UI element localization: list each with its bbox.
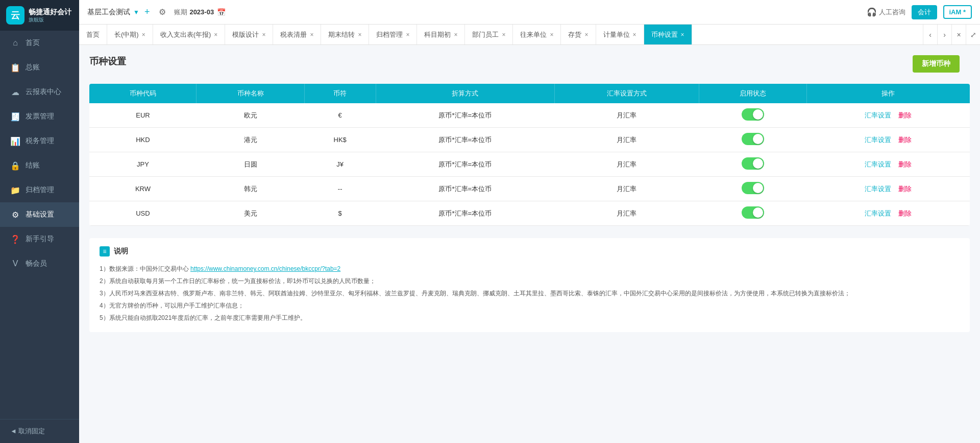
- delete-link[interactable]: 删除: [898, 209, 912, 217]
- cell-code: USD: [89, 201, 197, 226]
- sidebar-item-invoice[interactable]: 🧾 发票管理: [0, 104, 79, 129]
- sidebar-nav: ⌂ 首页 📋 总账 ☁ 云报表中心 🧾 发票管理 📊 税务管理 🔒 结账 📁 归…: [0, 31, 79, 419]
- rate-setting-link[interactable]: 汇率设置: [865, 209, 891, 217]
- tab-inventory[interactable]: 存货 ×: [561, 25, 596, 45]
- rate-setting-link[interactable]: 汇率设置: [865, 111, 891, 119]
- tab-close-icon[interactable]: ×: [584, 31, 588, 38]
- delete-link[interactable]: 删除: [898, 111, 912, 119]
- tab-counterpart[interactable]: 往来单位 ×: [513, 25, 561, 45]
- tab-close-icon[interactable]: ×: [358, 31, 361, 38]
- sidebar-item-closing[interactable]: 🔒 结账: [0, 153, 79, 178]
- title-row: 币种设置 新增币种: [89, 55, 970, 76]
- notes-link[interactable]: https://www.chinamoney.com.cn/chinese/bk…: [190, 265, 340, 272]
- tab-period-end[interactable]: 期末结转 ×: [321, 25, 369, 45]
- cell-rate-method: 月汇率: [554, 103, 699, 128]
- tab-next-button[interactable]: ›: [937, 25, 951, 45]
- support-button[interactable]: 🎧 人工咨询: [867, 7, 905, 17]
- cell-symbol: --: [304, 177, 376, 201]
- cell-code: KRW: [89, 177, 197, 201]
- sidebar-item-home[interactable]: ⌂ 首页: [0, 31, 79, 55]
- cell-code: EUR: [89, 103, 197, 128]
- col-status: 启用状态: [699, 84, 806, 103]
- table-row: KRW 韩元 -- 原币*汇率=本位币 月汇率 汇率设置 删除: [89, 177, 970, 201]
- delete-link[interactable]: 删除: [898, 185, 912, 193]
- cell-name: 港元: [197, 128, 304, 152]
- calendar-icon[interactable]: 📅: [217, 8, 226, 16]
- tab-close-icon[interactable]: ×: [550, 31, 553, 38]
- period-value: 2023-03: [189, 8, 214, 16]
- sidebar-item-archive[interactable]: 📁 归档管理: [0, 178, 79, 202]
- enable-toggle[interactable]: [742, 133, 764, 145]
- add-project-button[interactable]: +: [144, 7, 150, 17]
- tab-close-icon[interactable]: ×: [214, 31, 217, 38]
- tab-expand-button[interactable]: ⤢: [966, 25, 980, 45]
- tab-archive-mgr[interactable]: 归档管理 ×: [369, 25, 417, 45]
- tax-icon: 📊: [10, 136, 20, 146]
- new-currency-button[interactable]: 新增币种: [913, 55, 960, 73]
- tab-prev-button[interactable]: ‹: [923, 25, 937, 45]
- tab-close-icon[interactable]: ×: [502, 31, 505, 38]
- sidebar-item-label: 归档管理: [26, 185, 54, 195]
- archive-icon: 📁: [10, 185, 20, 195]
- tab-unit[interactable]: 计量单位 ×: [596, 25, 644, 45]
- tab-currency[interactable]: 币种设置 ×: [644, 25, 692, 45]
- tab-label: 部门员工: [472, 30, 499, 39]
- tab-label: 科目期初: [424, 30, 451, 39]
- tab-close-icon[interactable]: ×: [262, 31, 265, 38]
- project-selector[interactable]: 基层工会测试 ▼: [87, 8, 139, 17]
- enable-toggle[interactable]: [742, 206, 764, 219]
- table-row: JPY 日圆 J¥ 原币*汇率=本位币 月汇率 汇率设置 删除: [89, 152, 970, 177]
- notes-icon: ≡: [100, 246, 110, 257]
- cell-name: 日圆: [197, 152, 304, 177]
- sidebar-item-label: 总账: [26, 63, 40, 72]
- tab-template[interactable]: 模版设计 ×: [225, 25, 273, 45]
- tab-balance[interactable]: 长(中期) ×: [107, 25, 153, 45]
- tab-close-all-button[interactable]: ×: [951, 25, 966, 45]
- cell-calc: 原币*汇率=本位币: [376, 103, 554, 128]
- settings-icon[interactable]: ⚙: [159, 7, 166, 17]
- rate-setting-link[interactable]: 汇率设置: [865, 185, 891, 193]
- period-label: 账期: [174, 8, 187, 17]
- cell-status: [699, 152, 806, 177]
- cell-calc: 原币*汇率=本位币: [376, 201, 554, 226]
- tab-close-icon[interactable]: ×: [454, 31, 457, 38]
- reports-icon: ☁: [10, 87, 20, 97]
- table-row: HKD 港元 HK$ 原币*汇率=本位币 月汇率 汇率设置 删除: [89, 128, 970, 152]
- delete-link[interactable]: 删除: [898, 160, 912, 168]
- enable-toggle[interactable]: [742, 108, 764, 121]
- tab-subject[interactable]: 科目期初 ×: [417, 25, 465, 45]
- sidebar-item-label: 结账: [26, 161, 40, 170]
- user-role-button[interactable]: 会计: [912, 5, 937, 19]
- sidebar-item-member[interactable]: V 畅会员: [0, 251, 79, 276]
- delete-link[interactable]: 删除: [898, 136, 912, 144]
- table-header: 币种代码 币种名称 币符 折算方式 汇率设置方式 启用状态 操作: [89, 84, 970, 103]
- project-name: 基层工会测试: [87, 8, 130, 17]
- tab-close-icon[interactable]: ×: [142, 31, 145, 38]
- sidebar-item-reports[interactable]: ☁ 云报表中心: [0, 80, 79, 104]
- tab-dept[interactable]: 部门员工 ×: [465, 25, 513, 45]
- sidebar-item-ledger[interactable]: 📋 总账: [0, 55, 79, 80]
- account-button[interactable]: iAM *: [943, 5, 972, 19]
- tab-income[interactable]: 收入支出表(年报) ×: [153, 25, 226, 45]
- tab-close-icon[interactable]: ×: [633, 31, 636, 38]
- tab-label: 币种设置: [651, 30, 678, 39]
- sidebar-pin-toggle[interactable]: ◄ 取消固定: [0, 419, 79, 443]
- enable-toggle[interactable]: [742, 182, 764, 194]
- cell-actions: 汇率设置 删除: [806, 128, 970, 152]
- enable-toggle[interactable]: [742, 157, 764, 170]
- rate-setting-link[interactable]: 汇率设置: [865, 160, 891, 168]
- cell-symbol: J¥: [304, 152, 376, 177]
- tab-label: 往来单位: [520, 30, 547, 39]
- tab-close-icon[interactable]: ×: [310, 31, 313, 38]
- tab-close-icon[interactable]: ×: [681, 31, 684, 38]
- table-row: USD 美元 $ 原币*汇率=本位币 月汇率 汇率设置 删除: [89, 201, 970, 226]
- tab-tax-clear[interactable]: 税表清册 ×: [273, 25, 321, 45]
- rate-setting-link[interactable]: 汇率设置: [865, 136, 891, 144]
- logo-icon: 云: [6, 6, 24, 25]
- tab-home[interactable]: 首页: [79, 25, 107, 45]
- sidebar-item-basic[interactable]: ⚙ 基础设置: [0, 202, 79, 227]
- sidebar-item-guide[interactable]: ❓ 新手引导: [0, 227, 79, 251]
- sidebar-item-tax[interactable]: 📊 税务管理: [0, 129, 79, 153]
- tab-close-icon[interactable]: ×: [406, 31, 409, 38]
- app-name: 畅捷通好会计: [29, 7, 71, 16]
